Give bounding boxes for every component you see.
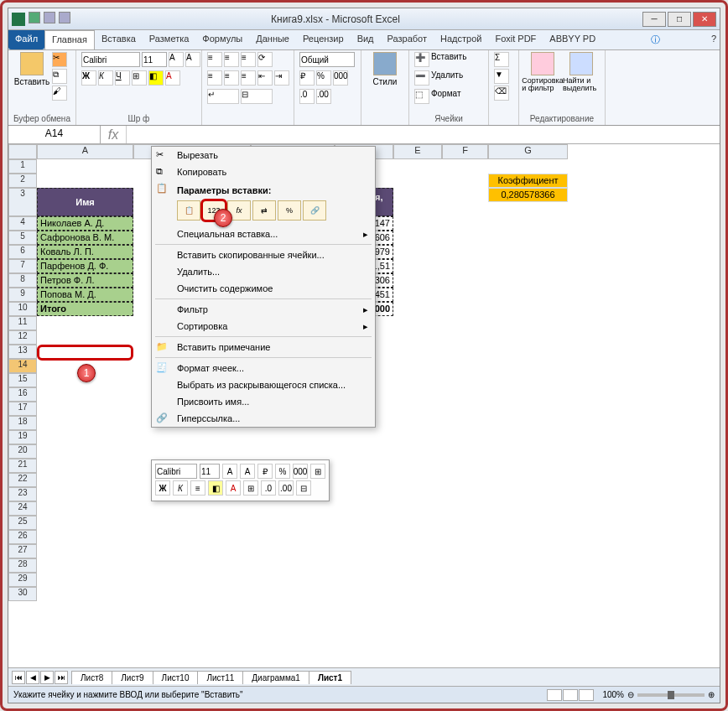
copy-icon[interactable]: ⧉ [52, 69, 67, 84]
ctx-paste-special[interactable]: Специальная вставка... [152, 226, 375, 242]
indent-inc[interactable]: ⇥ [274, 70, 289, 86]
row-header-13[interactable]: 13 [8, 345, 37, 359]
insert-cells[interactable]: ➕ [414, 52, 429, 67]
cell-A5[interactable]: Сафронова В. М. [37, 231, 133, 245]
ctx-format-cells[interactable]: 🧾Формат ячеек... [152, 360, 375, 376]
row-header-4[interactable]: 4 [8, 216, 37, 231]
col-header-A[interactable]: A [37, 144, 133, 159]
minimize-button[interactable]: ─ [642, 12, 666, 27]
tab-data[interactable]: Данные [249, 30, 296, 49]
row-header-1[interactable]: 1 [8, 159, 37, 174]
tab-layout[interactable]: Разметка [143, 30, 196, 49]
align-bot[interactable]: ≡ [241, 52, 256, 67]
align-top[interactable]: ≡ [207, 52, 222, 67]
row-header-11[interactable]: 11 [8, 316, 37, 330]
row-header-8[interactable]: 8 [8, 273, 37, 288]
maximize-button[interactable]: □ [668, 12, 691, 27]
row-header-21[interactable]: 21 [8, 459, 37, 473]
row-header-22[interactable]: 22 [8, 473, 37, 487]
qat-undo[interactable] [44, 12, 55, 23]
qat-save[interactable] [29, 12, 40, 23]
mini-bold[interactable]: Ж [155, 480, 170, 496]
ctx-clear[interactable]: Очистить содержимое [152, 280, 375, 297]
delete-cells[interactable]: ➖ [414, 70, 429, 86]
comma[interactable]: 000 [333, 70, 348, 86]
view-page-break[interactable] [579, 689, 594, 701]
fill[interactable]: ▼ [494, 69, 509, 84]
ctx-name[interactable]: Присвоить имя... [152, 393, 375, 410]
sheet-tab-Лист10[interactable]: Лист10 [153, 671, 199, 684]
mini-percent[interactable]: % [275, 464, 290, 479]
ctx-cut[interactable]: ✂Вырезать [152, 147, 375, 163]
sheet-nav-prev[interactable]: ◀ [26, 671, 39, 684]
cell-A7[interactable]: Парфенов Д. Ф. [37, 259, 133, 273]
ctx-copy[interactable]: ⧉Копировать [152, 163, 375, 180]
grow-font[interactable]: A [169, 52, 184, 67]
fx-icon[interactable]: fx [101, 126, 126, 143]
row-header-29[interactable]: 29 [8, 573, 37, 587]
indent-dec[interactable]: ⇤ [257, 70, 273, 86]
mini-comma[interactable]: 000 [293, 464, 308, 479]
sheet-tab-Лист1[interactable]: Лист1 [309, 671, 351, 684]
paste-button[interactable]: Вставить [13, 52, 50, 104]
mini-currency[interactable]: ₽ [257, 464, 273, 479]
tab-developer[interactable]: Разработ [381, 30, 434, 49]
size-selector[interactable] [142, 52, 167, 67]
row-header-24[interactable]: 24 [8, 501, 37, 516]
align-left[interactable]: ≡ [207, 70, 222, 86]
paste-opt-transpose[interactable]: ⇄ [252, 200, 276, 221]
row-header-16[interactable]: 16 [8, 387, 37, 402]
qat-redo[interactable] [59, 12, 70, 23]
row-header-25[interactable]: 25 [8, 516, 37, 530]
ribbon-help[interactable]: ? [708, 30, 720, 49]
row-header-17[interactable]: 17 [8, 402, 37, 416]
worksheet-grid[interactable]: ABCDEFG 12345678910111213141516171819202… [8, 144, 720, 651]
row-header-26[interactable]: 26 [8, 530, 37, 544]
close-button[interactable]: ✕ [693, 12, 716, 27]
styles-button[interactable]: Стили [367, 52, 403, 104]
mini-font-color[interactable]: A [226, 480, 241, 496]
paste-opt-formatting[interactable]: % [278, 200, 301, 221]
row-header-23[interactable]: 23 [8, 487, 37, 501]
sort-filter-button[interactable]: Сортировка и фильтр [524, 52, 561, 104]
zoom-slider[interactable] [637, 693, 705, 697]
sheet-tab-Диаграмма1[interactable]: Диаграмма1 [242, 671, 309, 684]
view-page-layout[interactable] [563, 689, 578, 701]
paste-opt-link[interactable]: 🔗 [303, 200, 326, 221]
align-center[interactable]: ≡ [224, 70, 239, 86]
mini-border[interactable]: ⊞ [243, 480, 258, 496]
cell-A9[interactable]: Попова М. Д. [37, 288, 133, 302]
row-header-2[interactable]: 2 [8, 174, 37, 188]
row-header-7[interactable]: 7 [8, 259, 37, 273]
mini-shrink[interactable]: A [240, 464, 255, 479]
row-header-14[interactable]: 14 [8, 359, 37, 373]
sheet-tab-Лист11[interactable]: Лист11 [197, 671, 243, 684]
border-button[interactable]: ⊞ [132, 70, 147, 86]
ctx-dropdown[interactable]: Выбрать из раскрывающегося списка... [152, 376, 375, 393]
row-header-19[interactable]: 19 [8, 430, 37, 444]
sheet-tab-Лист9[interactable]: Лист9 [112, 671, 153, 684]
cell-A10[interactable]: Итого [37, 302, 133, 316]
bold-button[interactable]: Ж [81, 70, 96, 86]
autosum[interactable]: Σ [494, 52, 509, 67]
format-cells[interactable]: ⬚ [414, 89, 429, 104]
row-header-30[interactable]: 30 [8, 587, 37, 601]
mini-inc-dec[interactable]: .0 [261, 480, 276, 496]
mini-size[interactable] [200, 464, 220, 479]
underline-button[interactable]: Ч [115, 70, 130, 86]
ctx-hyperlink[interactable]: 🔗Гиперссылка... [152, 410, 375, 427]
italic-button[interactable]: К [98, 70, 113, 86]
zoom-out[interactable]: ⊖ [627, 690, 634, 699]
cell-G3[interactable]: 0,280578366 [488, 188, 568, 202]
inc-decimal[interactable]: .0 [299, 89, 315, 104]
ctx-sort[interactable]: Сортировка [152, 318, 375, 335]
tab-formulas[interactable]: Формулы [195, 30, 249, 49]
row-header-3[interactable]: 3 [8, 188, 37, 216]
format-painter-icon[interactable]: 🖌 [52, 86, 67, 101]
row-header-15[interactable]: 15 [8, 373, 37, 387]
tab-review[interactable]: Рецензир [296, 30, 351, 49]
select-all-corner[interactable] [8, 144, 37, 159]
tab-insert[interactable]: Вставка [95, 30, 143, 49]
cell-A3[interactable]: Имя [37, 188, 133, 216]
row-header-28[interactable]: 28 [8, 558, 37, 573]
